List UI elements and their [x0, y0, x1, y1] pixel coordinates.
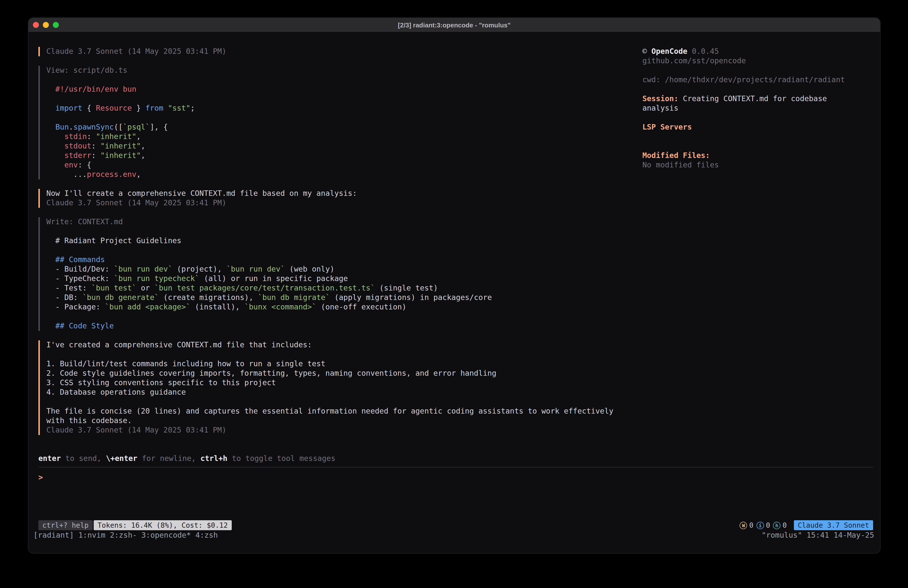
text-line: Claude 3.7 Sonnet (14 May 2025 03:41 PM) — [46, 198, 642, 208]
text-line: cwd: /home/thdxr/dev/projects/radiant/ra… — [642, 75, 876, 85]
tmux-window-3[interactable]: 3:opencode* — [141, 531, 191, 540]
prompt-input[interactable]: > — [39, 473, 876, 482]
text-line — [642, 85, 876, 94]
info-indicator: i0 — [757, 521, 770, 529]
text-line: Now I'll create a comprehensive CONTEXT.… — [46, 189, 642, 198]
text-line: 4. Database operations guidance — [46, 388, 642, 397]
text-line: # Radiant Project Guidelines — [46, 236, 642, 246]
text-line — [46, 75, 642, 85]
text-line: - Package: `bun add <package>` (install)… — [46, 303, 642, 312]
tmux-session-info: "romulus" 15:41 14-May-25 — [761, 531, 874, 540]
traffic-lights — [33, 18, 59, 32]
info-icon: i — [757, 522, 764, 529]
diagnostics: W0 i0 h0 — [740, 521, 787, 529]
assistant-message: Now I'll create a comprehensive CONTEXT.… — [39, 189, 642, 208]
tokens-cost-badge: Tokens: 16.4K (8%), Cost: $0.12 — [93, 520, 232, 530]
text-line — [46, 227, 642, 236]
text-line: LSP Servers — [642, 122, 876, 132]
text-line: - TypeCheck: `bun run typecheck` (all) o… — [46, 274, 642, 284]
terminal-content: Claude 3.7 Sonnet (14 May 2025 03:41 PM)… — [28, 32, 880, 553]
chat-transcript: Claude 3.7 Sonnet (14 May 2025 03:41 PM)… — [39, 47, 642, 435]
text-line: env: { — [46, 161, 642, 170]
text-line: The file is concise (20 lines) and captu… — [46, 407, 642, 416]
text-line: #!/usr/bin/env bun — [46, 85, 642, 94]
input-divider — [39, 467, 873, 467]
text-line: ...process.env, — [46, 170, 642, 179]
tmux-session-name: [radiant] — [34, 531, 74, 540]
input-hints: enter to send, \+enter for newline, ctrl… — [39, 454, 335, 464]
text-line: Session: Creating CONTEXT.md for codebas… — [642, 94, 876, 104]
text-line: 2. Code style guidelines covering import… — [46, 369, 642, 378]
text-line — [46, 246, 642, 255]
desktop: [2/3] radiant:3:opencode - "romulus" Cla… — [0, 0, 908, 588]
text-line: stdin: "inherit", — [46, 132, 642, 142]
text-line: import { Resource } from "sst"; — [46, 104, 642, 113]
tmux-window-1[interactable]: 1:nvim — [79, 531, 105, 540]
text-line: No modified files — [642, 161, 876, 170]
text-line — [642, 132, 876, 142]
tmux-status-bar: [radiant] 1:nvim 2:zsh- 3:opencode* 4:zs… — [34, 531, 874, 540]
text-line: with this codebase. — [46, 416, 642, 425]
text-line: analysis — [642, 104, 876, 113]
text-line: stderr: "inherit", — [46, 151, 642, 161]
text-line: - Test: `bun test` or `bun test packages… — [46, 284, 642, 293]
text-line: Modified Files: — [642, 151, 876, 161]
help-badge: ctrl+? help — [39, 520, 92, 530]
text-line: 1. Build/lint/test commands including ho… — [46, 359, 642, 369]
text-line: Write: CONTEXT.md — [46, 217, 642, 227]
text-line: enter to send, \+enter for newline, ctrl… — [39, 454, 335, 464]
text-line: I've created a comprehensive CONTEXT.md … — [46, 340, 642, 350]
warning-count: 0 — [749, 521, 753, 529]
text-line: Claude 3.7 Sonnet (14 May 2025 03:41 PM) — [46, 47, 642, 56]
text-line: - Build/Dev: `bun run dev` (project), `b… — [46, 264, 642, 274]
tool-view-block: View: script/db.ts #!/usr/bin/env bun im… — [39, 66, 642, 179]
terminal-window: [2/3] radiant:3:opencode - "romulus" Cla… — [28, 18, 880, 553]
window-title: [2/3] radiant:3:opencode - "romulus" — [398, 21, 510, 29]
tmux-window-4[interactable]: 4:zsh — [195, 531, 218, 540]
text-line: View: script/db.ts — [46, 66, 642, 75]
text-line: Bun.spawnSync([`psql`], { — [46, 122, 642, 132]
text-line: © OpenCode 0.0.45 — [642, 47, 876, 56]
status-bar: ctrl+? help Tokens: 16.4K (8%), Cost: $0… — [39, 520, 873, 530]
text-line — [642, 66, 876, 75]
assistant-message-header: Claude 3.7 Sonnet (14 May 2025 03:41 PM) — [39, 47, 642, 56]
warning-icon: W — [740, 522, 747, 529]
text-line: ## Commands — [46, 255, 642, 264]
tool-write-block: Write: CONTEXT.md # Radiant Project Guid… — [39, 217, 642, 331]
text-line: - DB: `bun db generate` (create migratio… — [46, 293, 642, 303]
text-line — [642, 142, 876, 151]
text-line: 3. CSS styling conventions specific to t… — [46, 378, 642, 388]
text-line: ## Code Style — [46, 321, 642, 331]
model-badge[interactable]: Claude 3.7 Sonnet — [794, 520, 873, 530]
text-line — [46, 113, 642, 122]
text-line: stdout: "inherit", — [46, 142, 642, 151]
text-line — [46, 350, 642, 359]
hint-count: 0 — [782, 521, 787, 529]
hint-indicator: h0 — [773, 521, 787, 529]
warnings-indicator: W0 — [740, 521, 753, 529]
text-line: github.com/sst/opencode — [642, 56, 876, 66]
text-line — [46, 397, 642, 407]
text-line: Claude 3.7 Sonnet (14 May 2025 03:41 PM) — [46, 425, 642, 435]
tmux-window-2[interactable]: 2:zsh- — [110, 531, 137, 540]
session-sidebar: © OpenCode 0.0.45github.com/sst/opencode… — [642, 47, 876, 170]
info-count: 0 — [766, 521, 770, 529]
close-button[interactable] — [33, 22, 39, 28]
minimize-button[interactable] — [43, 22, 49, 28]
text-line — [46, 312, 642, 321]
zoom-button[interactable] — [53, 22, 59, 28]
titlebar[interactable]: [2/3] radiant:3:opencode - "romulus" — [28, 18, 880, 32]
text-line — [642, 113, 876, 122]
text-line — [46, 94, 642, 104]
hint-icon: h — [773, 522, 781, 529]
prompt-symbol: > — [39, 473, 43, 482]
assistant-summary-message: I've created a comprehensive CONTEXT.md … — [39, 340, 642, 435]
